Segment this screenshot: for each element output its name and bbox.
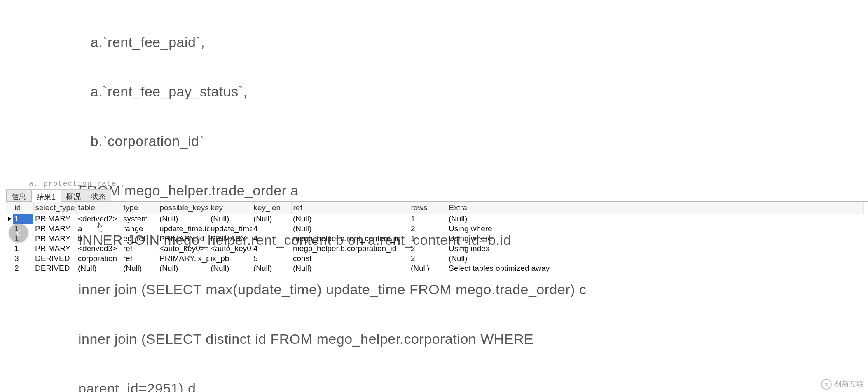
cell[interactable]: (Null) xyxy=(291,224,409,234)
cell[interactable]: (Null) xyxy=(158,263,209,273)
tab-info[interactable]: 信息 xyxy=(6,190,32,202)
table-row[interactable]: 1PRIMARYbeq_refPRIMARY,fidPRIMARY4mego_h… xyxy=(6,234,864,244)
sql-line: FROM mego_helper.trade_order a xyxy=(78,182,586,199)
sql-line: b.`corporation_id` xyxy=(78,133,586,149)
row-marker-cell xyxy=(6,244,13,254)
cell[interactable]: update_time,idx_re xyxy=(158,224,209,234)
col-header-key[interactable]: key xyxy=(209,202,252,214)
table-row[interactable]: 1PRIMARYarangeupdate_time,idx_reupdate_t… xyxy=(6,224,864,234)
cell[interactable]: <derived2> xyxy=(76,214,122,224)
cell[interactable]: 1 xyxy=(409,214,447,224)
cell[interactable]: (Null) xyxy=(447,214,864,224)
sql-query-text: a.`rent_fee_paid`, a.`rent_fee_pay_statu… xyxy=(78,1,586,392)
cell[interactable]: 1 xyxy=(409,234,447,244)
cell[interactable]: (Null) xyxy=(291,214,409,224)
cell[interactable]: <derived3> xyxy=(76,244,122,254)
grid-header-row: id select_type table type possible_keys … xyxy=(6,202,864,214)
watermark-text: 创新互联 xyxy=(834,379,864,389)
cell[interactable]: (Null) xyxy=(209,263,252,273)
cell[interactable]: PRIMARY xyxy=(33,214,76,224)
cell[interactable]: DERIVED xyxy=(33,263,76,273)
cell[interactable]: PRIMARY,fid xyxy=(158,234,209,244)
sql-line: a.`rent_fee_pay_status`, xyxy=(78,83,586,100)
table-row[interactable]: 3DERIVEDcorporationrefPRIMARY,ix_pb,ix_c… xyxy=(6,254,864,263)
table-row[interactable]: 1PRIMARY<derived2>system(Null)(Null)(Nul… xyxy=(6,214,864,224)
col-header-extra[interactable]: Extra xyxy=(447,202,864,214)
cell[interactable]: mego_helper.b.corporation_id xyxy=(291,244,409,254)
cell[interactable]: corporation xyxy=(76,254,122,263)
cell[interactable]: ref xyxy=(122,244,158,254)
tab-result1[interactable]: 结果1 xyxy=(31,190,61,202)
cell[interactable]: (Null) xyxy=(76,263,122,273)
table-row[interactable]: 1PRIMARY<derived3>ref<auto_key0><auto_ke… xyxy=(6,244,864,254)
cell[interactable]: Using where xyxy=(447,234,864,244)
cell[interactable]: (Null) xyxy=(409,263,447,273)
result-tabs: 信息 结果1 概况 状态 xyxy=(6,189,111,202)
cell[interactable]: <auto_key0> xyxy=(209,244,252,254)
cell[interactable]: PRIMARY xyxy=(33,224,76,234)
cell[interactable]: 4 xyxy=(252,224,291,234)
col-header-key_len[interactable]: key_len xyxy=(252,202,291,214)
cell[interactable]: 2 xyxy=(409,224,447,234)
cell[interactable]: (Null) xyxy=(447,254,864,263)
explain-result-grid[interactable]: id select_type table type possible_keys … xyxy=(6,202,864,273)
cell[interactable]: Select tables optimized away xyxy=(447,263,864,273)
cell[interactable]: 3 xyxy=(13,254,33,263)
sql-line: a.`rent_fee_paid`, xyxy=(78,34,586,50)
cell[interactable]: (Null) xyxy=(291,263,409,273)
cell[interactable]: PRIMARY,ix_pb,ix_c xyxy=(158,254,209,263)
col-header-id[interactable]: id xyxy=(13,202,33,214)
cell[interactable]: 2 xyxy=(409,254,447,263)
tab-profile[interactable]: 概况 xyxy=(61,190,86,202)
cell[interactable]: system xyxy=(122,214,158,224)
col-header-table[interactable]: table xyxy=(76,202,122,214)
col-header-rows[interactable]: rows xyxy=(409,202,447,214)
chevron-left-icon xyxy=(15,229,22,237)
cell[interactable]: (Null) xyxy=(158,214,209,224)
cell[interactable]: (Null) xyxy=(252,214,291,224)
cell[interactable]: eq_ref xyxy=(122,234,158,244)
col-header-type[interactable]: type xyxy=(122,202,158,214)
tab-status[interactable]: 状态 xyxy=(86,190,111,202)
cell[interactable]: Using index xyxy=(447,244,864,254)
row-marker-cell xyxy=(6,263,13,273)
current-row-triangle-icon xyxy=(8,216,11,221)
cell[interactable]: PRIMARY xyxy=(33,244,76,254)
cell[interactable]: 2 xyxy=(409,244,447,254)
col-header-select_type[interactable]: select_type xyxy=(33,202,76,214)
table-row[interactable]: 2DERIVED(Null)(Null)(Null)(Null)(Null)(N… xyxy=(6,263,864,273)
cell[interactable]: (Null) xyxy=(122,263,158,273)
cell[interactable]: PRIMARY xyxy=(209,234,252,244)
row-marker-cell xyxy=(6,214,13,224)
watermark: ✕ 创新互联 xyxy=(821,379,864,390)
col-header-ref[interactable]: ref xyxy=(291,202,409,214)
row-marker-header xyxy=(6,202,13,214)
cell[interactable]: 5 xyxy=(252,254,291,263)
code-fragment-cutoff: a. protection_rate , xyxy=(29,180,126,188)
prev-page-overlay-button[interactable] xyxy=(9,223,28,242)
cell[interactable]: mego_helper.a.rent_content_id xyxy=(291,234,409,244)
cell[interactable]: PRIMARY xyxy=(33,234,76,244)
cell[interactable]: Using where xyxy=(447,224,864,234)
cell[interactable]: DERIVED xyxy=(33,254,76,263)
sql-line: inner join (SELECT max(update_time) upda… xyxy=(78,281,586,298)
col-header-possible_keys[interactable]: possible_keys xyxy=(158,202,209,214)
cell[interactable]: 4 xyxy=(252,244,291,254)
cell[interactable]: update_time xyxy=(209,224,252,234)
sql-line: parent_id=2951) d xyxy=(78,380,586,392)
cell[interactable]: a xyxy=(76,224,122,234)
sql-line: inner join (SELECT distinct id FROM mego… xyxy=(78,331,586,347)
row-marker-cell xyxy=(6,254,13,263)
cell[interactable]: 1 xyxy=(13,214,33,224)
cell[interactable]: (Null) xyxy=(209,214,252,224)
cell[interactable]: 1 xyxy=(13,244,33,254)
cell[interactable]: <auto_key0> xyxy=(158,244,209,254)
cell[interactable]: b xyxy=(76,234,122,244)
cell[interactable]: 2 xyxy=(13,263,33,273)
cell[interactable]: range xyxy=(122,224,158,234)
cell[interactable]: ref xyxy=(122,254,158,263)
cell[interactable]: 4 xyxy=(252,234,291,244)
cell[interactable]: const xyxy=(291,254,409,263)
cell[interactable]: (Null) xyxy=(252,263,291,273)
cell[interactable]: ix_pb xyxy=(209,254,252,263)
